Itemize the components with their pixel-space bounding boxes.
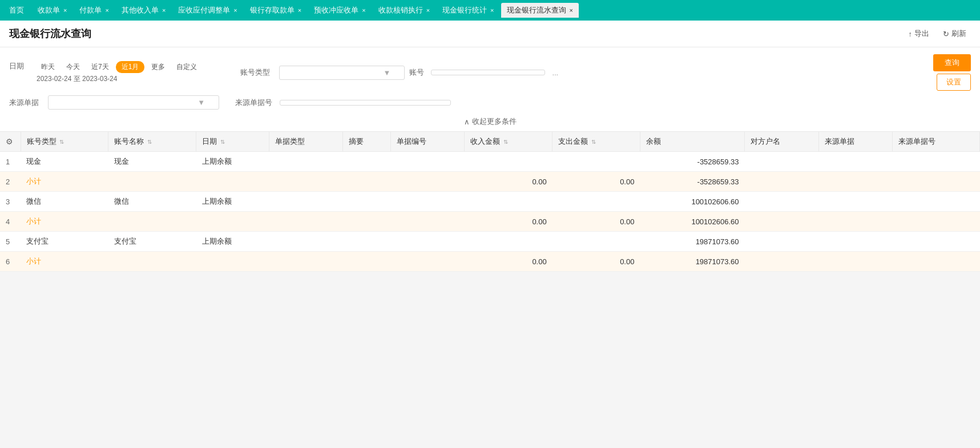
nav-tab-应收应付调整单[interactable]: 应收应付调整单 ×: [172, 3, 243, 18]
table-row: 5支付宝支付宝上期余额19871073.60: [0, 232, 980, 252]
cell-account-type: 小计: [21, 172, 108, 192]
col-balance[interactable]: 余额: [640, 132, 744, 152]
dropdown-icon: ▼: [197, 98, 205, 107]
filter-row-date: 日期 昨天 今天 近7天 近1月 更多 自定义 2023-02-24 至 202…: [9, 54, 971, 91]
row-number: 6: [0, 252, 21, 272]
cell-source-doc-num: [893, 232, 980, 252]
filter-row-source: 来源单据 ▼ 来源单据号: [9, 95, 971, 110]
cell-doc-type: [269, 152, 343, 172]
col-gear[interactable]: ⚙: [0, 132, 21, 152]
cell-balance: 100102606.60: [640, 212, 744, 232]
cell-expense: 0.00: [552, 212, 640, 232]
nav-tab-现金银行统计[interactable]: 现金银行统计 ×: [437, 3, 499, 18]
cell-date: 上期余额: [196, 232, 269, 252]
cell-income: 0.00: [465, 212, 552, 232]
close-icon[interactable]: ×: [362, 7, 365, 14]
account-ellipsis-button[interactable]: ...: [550, 66, 560, 79]
col-summary-label: 摘要: [349, 137, 364, 146]
col-source-doc-num[interactable]: 来源单据号: [893, 132, 980, 152]
cell-doc-num: [390, 252, 465, 272]
date-btn-today[interactable]: 今天: [62, 61, 84, 73]
date-btn-1month[interactable]: 近1月: [116, 61, 145, 73]
cell-account-name: 微信: [108, 192, 196, 212]
cell-summary: [343, 212, 390, 232]
cell-source-doc: [818, 172, 893, 192]
nav-tab-银行存取款单[interactable]: 银行存取款单 ×: [244, 3, 307, 18]
nav-tab-付款单[interactable]: 付款单 ×: [74, 3, 114, 18]
sort-icon: ⇅: [147, 139, 152, 145]
col-doc-num[interactable]: 单据编号: [390, 132, 465, 152]
cell-source-doc: [818, 192, 893, 212]
nav-tab-预收冲应收单[interactable]: 预收冲应收单 ×: [308, 3, 371, 18]
cell-account-name: [108, 252, 196, 272]
close-icon[interactable]: ×: [63, 7, 67, 14]
col-source-doc-num-label: 来源单据号: [898, 137, 935, 146]
cell-doc-num: [390, 212, 465, 232]
settings-button[interactable]: 设置: [937, 74, 971, 91]
close-icon[interactable]: ×: [233, 7, 237, 14]
date-btn-7days[interactable]: 近7天: [87, 61, 114, 73]
close-icon[interactable]: ×: [490, 7, 494, 14]
cell-expense: 0.00: [552, 252, 640, 272]
account-label: 账号: [409, 67, 426, 78]
col-expense[interactable]: 支出金额 ⇅: [552, 132, 640, 152]
date-range-display: 2023-02-24 至 2023-03-24: [37, 74, 201, 84]
table-header-row: ⚙ 账号类型 ⇅ 账号名称 ⇅ 日期 ⇅ 单据类型 摘要: [0, 132, 980, 152]
collapse-button[interactable]: ∧ 收起更多条件: [9, 114, 971, 127]
account-input[interactable]: [431, 70, 545, 75]
top-navigation: 首页 收款单 × 付款单 × 其他收入单 × 应收应付调整单 × 银行存取款单 …: [0, 0, 980, 21]
col-account-name-label: 账号名称: [114, 137, 144, 146]
table-row: 2小计0.000.00-3528659.33: [0, 172, 980, 192]
col-income[interactable]: 收入金额 ⇅: [465, 132, 552, 152]
refresh-button[interactable]: ↻ 刷新: [938, 26, 971, 41]
export-button[interactable]: ↑ 导出: [904, 26, 934, 41]
nav-tab-现金银行流水查询[interactable]: 现金银行流水查询 ×: [501, 3, 579, 18]
col-summary[interactable]: 摘要: [343, 132, 390, 152]
close-icon[interactable]: ×: [298, 7, 301, 14]
date-filter-group: 日期 昨天 今天 近7天 近1月 更多 自定义 2023-02-24 至 202…: [9, 61, 201, 84]
source-doc-num-label: 来源单据号: [235, 98, 275, 108]
page-title: 现金银行流水查询: [9, 27, 91, 41]
gear-icon[interactable]: ⚙: [6, 137, 13, 146]
row-number: 4: [0, 212, 21, 232]
date-btn-custom[interactable]: 自定义: [172, 61, 201, 73]
query-button[interactable]: 查询: [933, 54, 971, 71]
source-doc-select[interactable]: ▼: [48, 95, 219, 110]
nav-tab-收款单[interactable]: 收款单 ×: [32, 3, 72, 18]
nav-tab-收款核销执行[interactable]: 收款核销执行 ×: [373, 3, 435, 18]
nav-home[interactable]: 首页: [2, 3, 31, 18]
cell-doc-type: [269, 212, 343, 232]
date-btn-yesterday[interactable]: 昨天: [37, 61, 59, 73]
col-source-doc[interactable]: 来源单据: [818, 132, 893, 152]
col-account-name[interactable]: 账号名称 ⇅: [108, 132, 196, 152]
col-counterpart[interactable]: 对方户名: [745, 132, 819, 152]
cell-income: [465, 152, 552, 172]
export-icon: ↑: [909, 30, 913, 38]
cell-account-name: [108, 212, 196, 232]
row-number: 1: [0, 152, 21, 172]
col-account-type[interactable]: 账号类型 ⇅: [21, 132, 108, 152]
row-number: 2: [0, 172, 21, 192]
nav-tab-其他收入单[interactable]: 其他收入单 ×: [116, 3, 171, 18]
close-icon[interactable]: ×: [570, 7, 573, 14]
cell-counterpart: [745, 152, 819, 172]
close-icon[interactable]: ×: [162, 7, 166, 14]
cell-expense: [552, 192, 640, 212]
account-group: 账号 ...: [409, 66, 560, 79]
row-number: 3: [0, 192, 21, 212]
col-income-label: 收入金额: [470, 137, 500, 146]
col-date[interactable]: 日期 ⇅: [196, 132, 269, 152]
col-doc-type[interactable]: 单据类型: [269, 132, 343, 152]
date-btn-more[interactable]: 更多: [147, 61, 170, 73]
cell-summary: [343, 152, 390, 172]
cell-doc-num: [390, 232, 465, 252]
close-icon[interactable]: ×: [426, 7, 430, 14]
account-type-group: 账号类型 ▼: [240, 66, 405, 80]
account-type-select[interactable]: ▼: [279, 66, 405, 80]
cell-account-type: 小计: [21, 212, 108, 232]
cell-date: 上期余额: [196, 152, 269, 172]
date-buttons: 昨天 今天 近7天 近1月 更多 自定义: [37, 61, 201, 73]
source-doc-num-input[interactable]: [280, 100, 451, 106]
close-icon[interactable]: ×: [105, 7, 108, 14]
cell-doc-type: [269, 192, 343, 212]
